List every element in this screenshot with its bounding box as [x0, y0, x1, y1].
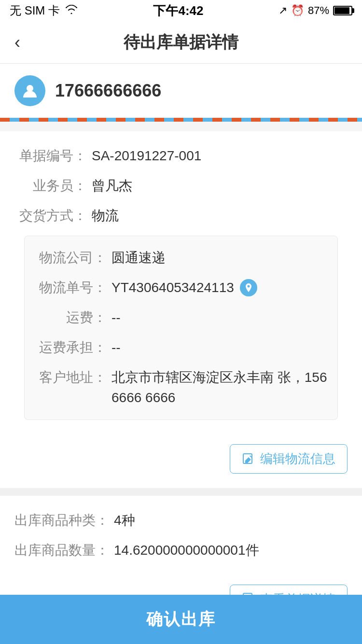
freight-bear-row: 运费承担： -- — [34, 337, 328, 358]
dashed-separator — [0, 118, 362, 122]
status-left: 无 SIM 卡 — [10, 3, 78, 18]
alarm-icon: ⏰ — [291, 4, 304, 17]
back-button[interactable]: ‹ — [14, 32, 20, 53]
time-text: 下午4:42 — [153, 2, 203, 19]
salesman-row: 业务员： 曾凡杰 — [14, 176, 348, 196]
freight-label: 运费： — [34, 308, 111, 328]
edit-icon — [242, 452, 255, 466]
confirm-btn-text: 确认出库 — [146, 610, 216, 628]
tracking-label: 物流单号： — [34, 278, 111, 298]
section-divider — [0, 488, 362, 496]
confirm-btn-area[interactable]: 确认出库 — [0, 595, 362, 644]
order-number-value: SA-20191227-001 — [92, 146, 348, 166]
address-row: 客户地址： 北京市市辖区海淀区永丰南 张，156 6666 6666 — [34, 367, 328, 408]
address-label: 客户地址： — [34, 367, 111, 388]
freight-bear-label: 运费承担： — [34, 337, 111, 358]
battery-percent: 87% — [308, 4, 329, 17]
tracking-value: YT43064053424113 — [111, 278, 328, 298]
logistics-company-label: 物流公司： — [34, 248, 111, 268]
tracking-link-icon[interactable] — [240, 279, 257, 296]
product-quantity-label: 出库商品数量： — [14, 540, 114, 560]
status-bar: 无 SIM 卡 下午4:42 ↗ ⏰ 87% — [0, 0, 362, 21]
logistics-card: 物流公司： 圆通速递 物流单号： YT43064053424113 运费： -- — [24, 236, 338, 420]
avatar — [14, 75, 45, 106]
tracking-row: 物流单号： YT43064053424113 — [34, 278, 328, 298]
edit-logistics-label: 编辑物流信息 — [260, 450, 335, 467]
svg-point-0 — [27, 85, 33, 92]
location-pin-icon — [244, 283, 253, 293]
logistics-company-value: 圆通速递 — [111, 248, 328, 268]
battery-icon — [333, 6, 352, 15]
wifi-icon — [65, 4, 78, 17]
battery-fill — [334, 7, 349, 14]
product-section: 出库商品种类： 4种 出库商品数量： 14.620000000000001件 — [0, 496, 362, 575]
delivery-label: 交货方式： — [14, 206, 92, 226]
page-title: 待出库单据详情 — [124, 31, 238, 54]
order-number-row: 单据编号： SA-20191227-001 — [14, 146, 348, 166]
product-quantity-row: 出库商品数量： 14.620000000000001件 — [14, 540, 348, 560]
edit-btn-container: 编辑物流信息 — [0, 434, 362, 488]
freight-value: -- — [111, 308, 328, 328]
customer-header: 17666666666 — [0, 64, 362, 118]
order-info-section: 单据编号： SA-20191227-001 业务员： 曾凡杰 交货方式： 物流 … — [0, 131, 362, 434]
status-right: ↗ ⏰ 87% — [278, 4, 352, 17]
freight-bear-value: -- — [111, 337, 328, 358]
delivery-value: 物流 — [92, 206, 348, 226]
product-type-label: 出库商品种类： — [14, 510, 114, 531]
product-quantity-value: 14.620000000000001件 — [114, 540, 348, 560]
product-type-value: 4种 — [114, 510, 348, 531]
salesman-label: 业务员： — [14, 176, 92, 196]
person-icon — [21, 82, 39, 99]
salesman-value: 曾凡杰 — [92, 176, 348, 196]
product-type-row: 出库商品种类： 4种 — [14, 510, 348, 531]
freight-row: 运费： -- — [34, 308, 328, 328]
edit-logistics-button[interactable]: 编辑物流信息 — [230, 444, 348, 474]
location-icon: ↗ — [278, 4, 287, 17]
customer-phone: 17666666666 — [55, 81, 161, 101]
delivery-row: 交货方式： 物流 — [14, 206, 348, 226]
address-value: 北京市市辖区海淀区永丰南 张，156 6666 6666 — [111, 367, 328, 408]
nav-bar: ‹ 待出库单据详情 — [0, 21, 362, 64]
order-number-label: 单据编号： — [14, 146, 92, 166]
carrier-text: 无 SIM 卡 — [10, 3, 60, 18]
logistics-company-row: 物流公司： 圆通速递 — [34, 248, 328, 268]
